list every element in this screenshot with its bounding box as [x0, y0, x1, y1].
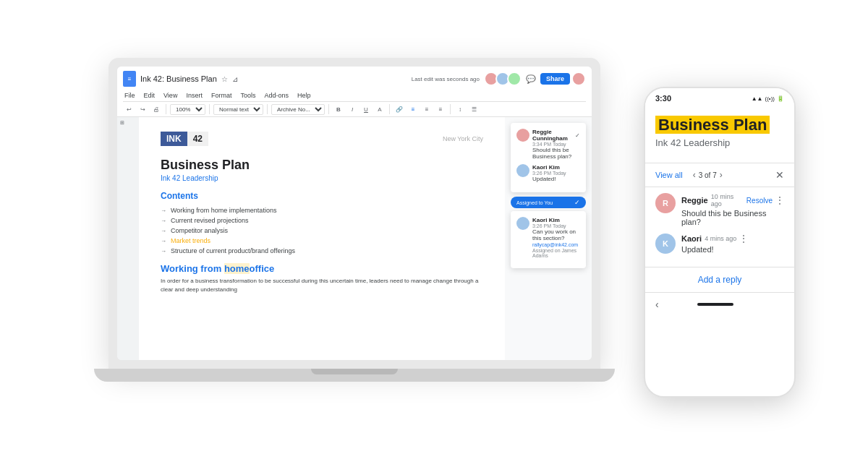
doc-title: Business Plan: [161, 158, 483, 173]
page-indicator-icon: ⊞: [117, 117, 139, 129]
style-select[interactable]: Normal text: [213, 104, 263, 115]
link-button[interactable]: 🔗: [393, 103, 405, 115]
ink-number: 42: [187, 132, 208, 146]
phone-comment-text-1: Should this be Business plan?: [681, 209, 784, 226]
comment-avatar-1: [516, 129, 529, 142]
docs-right-controls: Last edit was seconds ago 💬 Share: [412, 72, 586, 86]
current-page: 3: [699, 171, 703, 179]
view-all-button[interactable]: View all: [655, 171, 683, 179]
text-color-button[interactable]: A: [374, 103, 386, 115]
comment-text-1: Should this be Business plan?: [532, 147, 580, 160]
menu-addons[interactable]: Add-ons: [263, 91, 290, 100]
menu-format[interactable]: Format: [210, 91, 234, 100]
comment-time-3: 3:26 PM Today: [532, 223, 580, 228]
toolbar-divider-6: [450, 104, 451, 114]
toolbar-divider-2: [209, 104, 210, 114]
prev-page-button[interactable]: ‹: [693, 170, 696, 180]
phone-back-button[interactable]: ‹: [655, 299, 659, 310]
bullet-list-button[interactable]: ☰: [468, 103, 480, 115]
phone: 3:30 ▲▲ ((•)) 🔋 Business Plan Ink 42 Lea…: [644, 87, 796, 398]
page-separator: of: [705, 171, 712, 179]
phone-add-reply-area: Add a reply: [645, 267, 794, 292]
resolve-button[interactable]: Resolve: [746, 197, 773, 205]
section-heading-office: office: [250, 263, 275, 274]
comment-body-3: Kaori Kim 3:26 PM Today Can you work on …: [532, 217, 580, 258]
more-options-button-1[interactable]: ⋮: [775, 195, 784, 205]
zoom-select[interactable]: 100%: [170, 104, 205, 115]
collaborator-avatar-3: [507, 72, 522, 86]
star-icon: ☆: [221, 75, 228, 83]
comments-icon[interactable]: 💬: [526, 74, 536, 84]
comment-avatar-2: [516, 164, 529, 177]
comment-item-3: Kaori Kim 3:26 PM Today Can you work on …: [516, 217, 580, 258]
phone-subtitle-text: Ink 42 Leadership: [655, 137, 784, 148]
menu-tools[interactable]: Tools: [239, 91, 257, 100]
next-page-button[interactable]: ›: [720, 170, 723, 180]
section-heading-highlight: home: [224, 263, 250, 274]
bold-button[interactable]: B: [333, 103, 344, 115]
menu-help[interactable]: Help: [296, 91, 312, 100]
comment-thread-1: Reggie Cunningham ✓ 3:34 PM Today Should…: [511, 123, 586, 192]
menu-view[interactable]: View: [162, 91, 179, 100]
phone-comment-item-2: K Kaori 4 mins ago ⋮ Updated!: [655, 234, 784, 254]
comment-item-1: Reggie Cunningham ✓ 3:34 PM Today Should…: [516, 129, 580, 160]
doc-location: New York City: [443, 135, 483, 142]
redo-button[interactable]: ↪: [137, 103, 148, 115]
contents-heading: Contents: [161, 191, 483, 201]
line-spacing-button[interactable]: ↕: [454, 103, 466, 115]
drive-icon: ⊿: [232, 75, 238, 83]
doc-sidebar: ⊞: [117, 117, 139, 360]
font-select[interactable]: Archive No...: [271, 104, 325, 115]
comment-text-2: Updated!: [532, 176, 566, 182]
phone-comment-header-2: Kaori 4 mins ago ⋮: [681, 234, 784, 244]
add-reply-button[interactable]: Add a reply: [698, 275, 742, 285]
phone-business-plan-title: Business Plan: [655, 116, 784, 134]
docs-title: Ink 42: Business Plan: [140, 74, 217, 83]
print-button[interactable]: 🖨: [150, 103, 162, 115]
menu-bar: File Edit View Insert Format Tools Add-o…: [123, 90, 586, 101]
align-right-button[interactable]: ≡: [435, 103, 446, 115]
share-button[interactable]: Share: [540, 73, 570, 85]
italic-button[interactable]: I: [346, 103, 358, 115]
align-center-button[interactable]: ≡: [421, 103, 433, 115]
ink-label: INK: [161, 132, 187, 146]
menu-file[interactable]: File: [123, 91, 137, 100]
phone-doc-preview: Business Plan Ink 42 Leadership: [645, 106, 794, 163]
scene: Ink 42: Business Plan ☆ ⊿ Last edit was …: [0, 0, 868, 454]
phone-comment-item-1: R Reggie 10 mins ago Resolve ⋮ Should th…: [655, 193, 784, 226]
comment-link[interactable]: rallycap@ink42.com: [532, 242, 580, 247]
phone-title-text: Business Plan: [655, 116, 770, 134]
undo-button[interactable]: ↩: [123, 103, 135, 115]
menu-insert[interactable]: Insert: [184, 91, 204, 100]
list-item-5: Structure of current product/brand offer…: [161, 246, 483, 256]
docs-title-bar: Ink 42: Business Plan ☆ ⊿ Last edit was …: [123, 69, 586, 90]
phone-home-indicator[interactable]: [697, 303, 733, 306]
phone-bottom-bar: ‹: [645, 292, 794, 316]
doc-body-text: In order for a business transformation t…: [161, 277, 483, 294]
signal-icon: ▲▲: [752, 95, 763, 102]
phone-comment-author-1: Reggie: [681, 196, 708, 205]
ink-logo: INK 42: [161, 132, 208, 146]
doc-main: INK 42 New York City Business Plan Ink 4…: [139, 117, 505, 360]
wifi-icon: ((•)): [765, 95, 775, 102]
comment-body-1: Reggie Cunningham ✓ 3:34 PM Today Should…: [532, 129, 580, 160]
phone-comment-section: R Reggie 10 mins ago Resolve ⋮ Should th…: [645, 187, 794, 267]
list-item-4: Market trends: [161, 236, 483, 246]
more-options-button-2[interactable]: ⋮: [739, 234, 748, 244]
menu-edit[interactable]: Edit: [142, 91, 157, 100]
laptop: Ink 42: Business Plan ☆ ⊿ Last edit was …: [109, 58, 600, 390]
assigned-on: Assigned on James Adams: [532, 248, 580, 258]
user-avatar: [571, 72, 586, 86]
align-left-button[interactable]: ≡: [407, 103, 419, 115]
laptop-base: [94, 369, 615, 382]
underline-button[interactable]: U: [360, 103, 372, 115]
assigned-check-icon: ✓: [574, 199, 580, 206]
list-item-2: Current revised projections: [161, 215, 483, 226]
total-pages: 7: [712, 171, 717, 179]
ink-logo-area: INK 42 New York City: [161, 132, 483, 146]
toolbar-divider-1: [166, 104, 166, 114]
toolbar: ↩ ↪ 🖨 100% Normal text Archiv: [123, 101, 586, 116]
close-button[interactable]: ✕: [775, 169, 784, 181]
phone-comment-avatar-2: K: [655, 234, 676, 254]
toolbar-divider-3: [267, 104, 268, 114]
